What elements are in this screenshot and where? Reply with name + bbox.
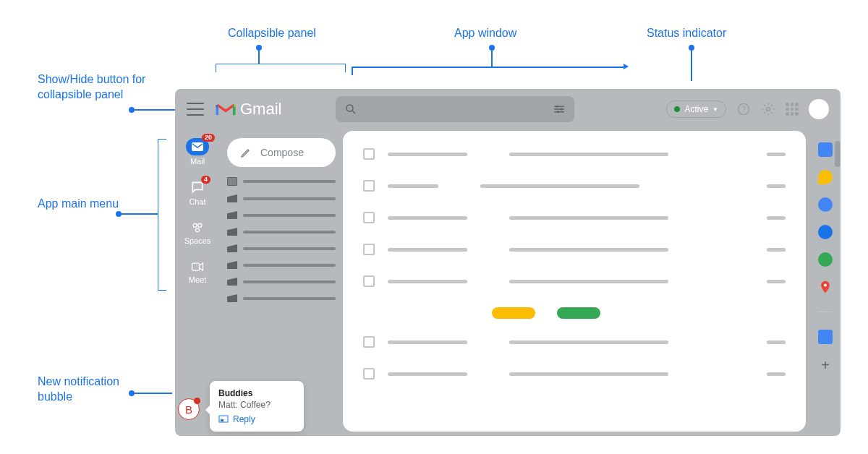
label-chip[interactable] [557, 307, 600, 319]
menu-mail[interactable]: 20 Mail [186, 138, 209, 166]
checkbox[interactable] [363, 368, 375, 380]
avatar[interactable] [809, 99, 829, 119]
apps-grid-icon[interactable] [786, 103, 799, 116]
side-panel: + [810, 129, 841, 436]
placeholder-line [509, 372, 668, 376]
placeholder-line [243, 264, 336, 267]
tasks-icon[interactable] [818, 197, 833, 212]
scrollbar[interactable] [835, 141, 841, 167]
folder-inbox[interactable] [227, 177, 336, 186]
help-icon[interactable]: ? [736, 102, 751, 116]
placeholder-line [243, 180, 336, 183]
logo[interactable]: Gmail [216, 100, 310, 119]
svg-line-1 [352, 111, 355, 113]
svg-rect-15 [192, 263, 200, 270]
mail-row[interactable] [363, 180, 786, 192]
menu-label: Meet [189, 275, 206, 284]
svg-point-12 [193, 223, 197, 227]
folder-item[interactable] [227, 278, 336, 286]
meet-icon [190, 260, 205, 274]
folder-item[interactable] [227, 244, 336, 252]
tune-icon[interactable] [553, 103, 566, 116]
placeholder-line [388, 216, 467, 220]
addon-icon[interactable] [818, 330, 833, 344]
folder-item[interactable] [227, 211, 336, 219]
mail-row[interactable] [363, 244, 786, 255]
divider [818, 312, 833, 312]
annotation-dot [129, 107, 135, 113]
avatar-initial: B [185, 403, 192, 416]
mail-badge: 20 [202, 134, 215, 142]
label-icon [227, 294, 237, 302]
compose-button[interactable]: Compose [227, 138, 336, 167]
add-icon[interactable]: + [821, 357, 830, 374]
placeholder-line [767, 372, 786, 376]
maps-icon[interactable] [818, 280, 833, 294]
chat-icon: 4 [190, 180, 205, 196]
folder-item[interactable] [227, 194, 336, 202]
checkbox[interactable] [363, 336, 375, 348]
svg-point-6 [561, 108, 563, 111]
placeholder-line [388, 340, 467, 344]
svg-point-18 [824, 283, 827, 286]
menu-label: Spaces [184, 236, 211, 245]
folder-item[interactable] [227, 228, 336, 236]
chat-badge: 4 [201, 176, 210, 184]
header-right: Active ▼ ? [666, 99, 829, 119]
annotation-notif: New notification bubble [38, 374, 132, 405]
body: 20 Mail 4 Chat Spaces Meet B [175, 129, 841, 436]
menu-chat[interactable]: 4 Chat [189, 180, 205, 206]
mail-row[interactable] [363, 212, 786, 223]
svg-text:?: ? [741, 105, 746, 113]
folder-list [227, 177, 336, 302]
menu-meet[interactable]: Meet [189, 260, 206, 284]
keep-icon[interactable] [818, 170, 833, 184]
mail-row[interactable] [363, 336, 786, 348]
svg-point-14 [195, 228, 199, 232]
placeholder-line [767, 340, 786, 344]
voice-icon[interactable] [818, 252, 833, 267]
label-icon [227, 278, 237, 286]
mail-row[interactable] [363, 368, 786, 380]
status-label: Active [684, 104, 708, 114]
pencil-icon [240, 147, 252, 158]
mail-row[interactable] [363, 148, 786, 160]
svg-point-7 [557, 111, 559, 113]
gear-icon[interactable] [761, 102, 775, 116]
checkbox[interactable] [363, 212, 375, 223]
annotation-dot [129, 390, 135, 396]
label-chip[interactable] [492, 307, 535, 319]
checkbox[interactable] [363, 244, 375, 255]
mail-row[interactable] [363, 275, 786, 287]
folder-item[interactable] [227, 261, 336, 269]
placeholder-line [388, 372, 467, 376]
annotation-dot [116, 211, 122, 217]
search-icon [344, 103, 357, 116]
menu-spaces[interactable]: Spaces [184, 220, 211, 245]
collapsible-panel: Compose [220, 129, 343, 436]
label-icon [227, 211, 237, 219]
annotation-line [691, 51, 692, 81]
checkbox[interactable] [363, 180, 375, 192]
mail-icon: 20 [186, 138, 209, 155]
placeholder-line [243, 280, 336, 283]
checkbox[interactable] [363, 275, 375, 287]
hamburger-icon[interactable] [187, 103, 204, 116]
checkbox[interactable] [363, 148, 375, 160]
notification-avatar[interactable]: B [178, 398, 200, 420]
svg-rect-11 [192, 142, 203, 151]
status-indicator[interactable]: Active ▼ [666, 100, 726, 118]
annotation-line [135, 393, 172, 394]
svg-point-13 [198, 223, 202, 227]
calendar-icon[interactable] [818, 142, 833, 157]
inbox-icon [227, 177, 237, 186]
contacts-icon[interactable] [818, 225, 833, 239]
annotation-bracket [158, 139, 166, 291]
folder-item[interactable] [227, 294, 336, 302]
placeholder-line [509, 280, 668, 283]
label-icon [227, 194, 237, 202]
label-icon [227, 228, 237, 236]
annotation-line [352, 67, 626, 68]
search-input[interactable] [336, 96, 574, 122]
annotation-dot [489, 45, 495, 51]
